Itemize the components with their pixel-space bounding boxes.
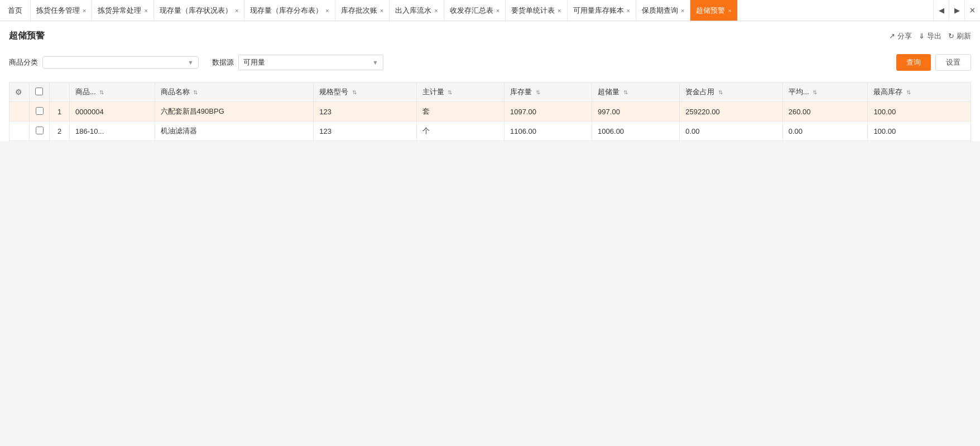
td-checkbox-0[interactable]: [30, 102, 50, 122]
th-row-num: [50, 83, 70, 102]
sort-avg-icon: ⇅: [813, 89, 817, 95]
nav-tab-3[interactable]: 现存量（库存分布表） ×: [244, 0, 335, 21]
td-product-code-1: 186-10...: [70, 122, 155, 141]
nav-tab-8[interactable]: 可用量库存账本 ×: [568, 0, 636, 21]
nav-prev-button[interactable]: ◀: [933, 0, 949, 21]
th-main-unit[interactable]: 主计量 ⇅: [416, 83, 504, 102]
nav-tab-close-9[interactable]: ×: [681, 7, 684, 14]
nav-tab-0[interactable]: 拣货任务管理 ×: [31, 0, 92, 21]
sort-spec-model-icon: ⇅: [352, 89, 357, 95]
nav-home[interactable]: 首页: [0, 0, 31, 21]
table-row[interactable]: 1 0000004 六配套新昌490BPG 123 套 1097.00 997.…: [9, 102, 971, 122]
th-spec-model[interactable]: 规格型号 ⇅: [314, 83, 417, 102]
th-product-name[interactable]: 商品名称 ⇅: [155, 83, 314, 102]
nav-tab-close-5[interactable]: ×: [434, 7, 438, 14]
nav-tab-5[interactable]: 出入库流水 ×: [390, 0, 444, 21]
sort-max-stock-icon: ⇅: [906, 89, 911, 95]
td-main-unit-1: 个: [416, 122, 504, 141]
th-avg[interactable]: 平均... ⇅: [782, 83, 868, 102]
export-button[interactable]: ⇓ 导出: [919, 31, 941, 41]
nav-tab-label-8: 可用量库存账本: [573, 6, 624, 16]
row-checkbox-0[interactable]: [36, 107, 44, 115]
nav-tab-label-4: 库存批次账: [341, 6, 377, 16]
filter-bar: 商品分类 ▼ 数据源 可用量 ▼ 查询 设置: [9, 50, 971, 75]
nav-tab-close-10[interactable]: ×: [728, 7, 731, 14]
nav-tab-label-0: 拣货任务管理: [36, 6, 80, 16]
nav-tab-close-2[interactable]: ×: [235, 7, 238, 14]
data-source-value: 可用量: [243, 57, 265, 67]
nav-close-button[interactable]: ✕: [964, 0, 980, 21]
header-actions: ↗ 分享 ⇓ 导出 ↻ 刷新: [889, 31, 971, 41]
th-capital-usage[interactable]: 资金占用 ⇅: [680, 83, 783, 102]
nav-tab-close-1[interactable]: ×: [144, 7, 147, 14]
nav-tab-6[interactable]: 收发存汇总表 ×: [444, 0, 506, 21]
nav-next-button[interactable]: ▶: [949, 0, 964, 21]
nav-arrows: ◀ ▶ ✕: [933, 0, 980, 21]
nav-tab-close-8[interactable]: ×: [627, 7, 630, 14]
th-over-stock[interactable]: 超储量 ⇅: [592, 83, 680, 102]
data-table: ⚙ 商品... ⇅ 商品名称 ⇅ 规格型号 ⇅: [9, 82, 971, 141]
nav-tab-7[interactable]: 要货单统计表 ×: [506, 0, 567, 21]
sort-capital-usage-icon: ⇅: [718, 89, 723, 95]
query-button[interactable]: 查询: [896, 54, 931, 71]
page-content: 超储预警 ↗ 分享 ⇓ 导出 ↻ 刷新 商品分类 ▼ 数据源: [0, 21, 980, 141]
td-stock-qty-0: 1097.00: [504, 102, 592, 122]
nav-tab-close-3[interactable]: ×: [325, 7, 329, 14]
sort-product-code-icon: ⇅: [99, 89, 104, 95]
share-button[interactable]: ↗ 分享: [889, 31, 912, 41]
nav-tab-label-2: 现存量（库存状况表）: [160, 6, 232, 16]
nav-tab-4[interactable]: 库存批次账 ×: [335, 0, 390, 21]
refresh-label: 刷新: [957, 31, 971, 41]
page-title: 超储预警: [9, 30, 45, 42]
nav-tab-9[interactable]: 保质期查询 ×: [636, 0, 690, 21]
td-avg-1: 0.00: [782, 122, 868, 141]
td-over-stock-1: 1006.00: [592, 122, 680, 141]
th-checkbox[interactable]: [30, 83, 50, 102]
td-row-num-1: 2: [50, 122, 70, 141]
nav-tab-label-3: 现存量（库存分布表）: [250, 6, 323, 16]
nav-tab-label-9: 保质期查询: [642, 6, 678, 16]
td-avg-0: 260.00: [782, 102, 868, 122]
gear-icon[interactable]: ⚙: [15, 88, 22, 96]
row-checkbox-1[interactable]: [36, 127, 44, 134]
category-chevron-down-icon: ▼: [188, 59, 194, 66]
export-icon: ⇓: [919, 32, 925, 40]
nav-tab-close-0[interactable]: ×: [83, 7, 86, 14]
td-spec-model-0: 123: [314, 102, 417, 122]
nav-tab-2[interactable]: 现存量（库存状况表） ×: [154, 0, 244, 21]
settings-button[interactable]: 设置: [935, 54, 971, 71]
td-spec-model-1: 123: [314, 122, 417, 141]
category-select[interactable]: ▼: [42, 56, 199, 69]
sort-product-name-icon: ⇅: [193, 89, 198, 95]
select-all-checkbox[interactable]: [35, 88, 43, 95]
data-source-chevron-down-icon: ▼: [372, 59, 378, 66]
nav-tab-label-1: 拣货异常处理: [98, 6, 141, 16]
td-product-code-0: 0000004: [70, 102, 155, 122]
td-stock-qty-1: 1106.00: [504, 122, 592, 141]
sort-main-unit-icon: ⇅: [448, 89, 452, 95]
filter-data-source: 数据源 可用量 ▼: [212, 55, 383, 70]
td-product-name-1: 机油滤清器: [155, 122, 314, 141]
nav-tab-close-7[interactable]: ×: [558, 7, 561, 14]
th-product-code[interactable]: 商品... ⇅: [70, 83, 155, 102]
td-product-name-0: 六配套新昌490BPG: [155, 102, 314, 122]
nav-bar: 首页 拣货任务管理 × 拣货异常处理 × 现存量（库存状况表） × 现存量（库存…: [0, 0, 980, 21]
nav-tab-10[interactable]: 超储预警 ×: [690, 0, 737, 21]
share-icon: ↗: [889, 32, 895, 40]
sort-over-stock-icon: ⇅: [623, 89, 628, 95]
th-stock-qty[interactable]: 库存量 ⇅: [504, 83, 592, 102]
td-checkbox-1[interactable]: [30, 122, 50, 141]
th-settings[interactable]: ⚙: [9, 83, 30, 102]
share-label: 分享: [897, 31, 912, 41]
td-main-unit-0: 套: [416, 102, 504, 122]
nav-tab-close-6[interactable]: ×: [496, 7, 499, 14]
nav-tab-close-4[interactable]: ×: [380, 7, 383, 14]
th-max-stock[interactable]: 最高库存 ⇅: [868, 83, 971, 102]
nav-tab-1[interactable]: 拣货异常处理 ×: [92, 0, 153, 21]
table-row[interactable]: 2 186-10... 机油滤清器 123 个 1106.00 1006.00 …: [9, 122, 971, 141]
filter-category: 商品分类 ▼: [9, 56, 199, 69]
data-source-select[interactable]: 可用量 ▼: [238, 55, 383, 70]
refresh-button[interactable]: ↻ 刷新: [948, 31, 971, 41]
export-label: 导出: [927, 31, 941, 41]
td-max-stock-0: 100.00: [868, 102, 971, 122]
